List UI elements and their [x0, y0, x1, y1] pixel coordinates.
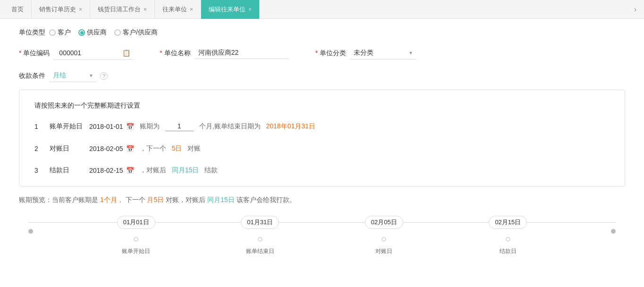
unit-code-input-wrapper: 📋 [53, 46, 133, 60]
payment-terms-select[interactable]: 月结 ▾ [49, 69, 96, 82]
unit-code-group: 单位编码 📋 [19, 46, 133, 60]
tab-cash-work-close[interactable]: × [144, 6, 147, 13]
unit-code-input[interactable] [55, 47, 121, 59]
radio-both[interactable]: 客户/供应商 [114, 28, 158, 37]
date-input-3: 2018-02-15 📅 [89, 167, 134, 174]
tab-cash-work-label: 钱货日清工作台 [98, 5, 141, 14]
unit-type-group: 单位类型 客户 供应商 客户/供应商 [19, 28, 158, 37]
setting-label-3: 结款日 [50, 166, 84, 175]
tab-overflow-arrow[interactable]: › [630, 5, 640, 14]
date-input-1: 2018-01-01 📅 [89, 123, 134, 130]
unit-type-label: 单位类型 [19, 28, 45, 37]
setting-row-2: 2 对账日 2018-02-05 📅 ，下一个 5日 对账 [34, 144, 610, 153]
date-value-2: 2018-02-05 [89, 145, 123, 152]
payment-terms-dropdown-icon: ▾ [90, 72, 93, 79]
timeline-label-1: 账单开始日 [122, 247, 150, 255]
tab-edit-partner[interactable]: 编辑往来单位 × [201, 0, 260, 19]
tab-partner-units-label: 往来单位 [162, 5, 187, 14]
payment-terms-label: 收款条件 [19, 72, 45, 80]
timeline-start-dot [28, 229, 33, 234]
preview-reconcile-suffix: 对账，对账后 [166, 196, 205, 203]
calendar-icon-2[interactable]: 📅 [126, 145, 134, 152]
unit-info-row: 单位编码 📋 单位名称 单位分类 未分类 ▾ [19, 46, 625, 60]
preview-label: 账期预览：当前客户账期是 [19, 196, 98, 203]
tab-home-label: 首页 [11, 5, 24, 14]
preview-payment-day: 同月15日 [207, 196, 235, 203]
timeline-point-2: 01月31日 账单结束日 [241, 216, 279, 255]
tab-edit-partner-close[interactable]: × [248, 6, 252, 13]
setting-label-2: 对账日 [50, 144, 84, 153]
preview-period: 1个月， [100, 196, 124, 203]
setting-row-1: 1 账单开始日 2018-01-01 📅 账期为 个月,账单结束日期为 2018… [34, 121, 610, 131]
period-input[interactable] [165, 121, 194, 131]
end-date-highlight: 2018年01月31日 [266, 122, 315, 131]
preview-reconcile-prefix: 下一个 [126, 196, 145, 203]
radio-both-label: 客户/供应商 [123, 28, 158, 37]
unit-classify-select[interactable]: 未分类 ▾ [350, 47, 416, 59]
tab-sales-history-close[interactable]: × [79, 6, 82, 13]
timeline-dot-2 [258, 237, 263, 242]
setting-label-1: 账单开始日 [50, 122, 84, 131]
unit-code-icon[interactable]: 📋 [121, 48, 131, 58]
setting-row-3: 3 结款日 2018-02-15 📅 ，对账后 同月15日 结款 [34, 166, 610, 175]
unit-classify-group: 单位分类 未分类 ▾ [315, 47, 416, 59]
timeline-point-3: 02月05日 对账日 [365, 216, 403, 255]
highlight-day-2: 5日 [172, 144, 182, 153]
tab-partner-units[interactable]: 往来单位 × [155, 0, 201, 19]
unit-classify-label: 单位分类 [315, 49, 346, 58]
timeline-point-1: 01月01日 账单开始日 [117, 216, 155, 255]
calendar-icon-1[interactable]: 📅 [126, 123, 134, 130]
date-value-3: 2018-02-15 [89, 167, 123, 174]
date-value-1: 2018-01-01 [89, 123, 123, 130]
date-input-2: 2018-02-05 📅 [89, 145, 134, 152]
unit-classify-value: 未分类 [354, 49, 407, 57]
desc-2b: 对账 [187, 144, 201, 153]
timeline: 01月01日 账单开始日 01月31日 账单结束日 02月05日 对账日 02月… [19, 216, 625, 255]
tab-sales-history[interactable]: 销售订单历史 × [32, 0, 90, 19]
tab-cash-work[interactable]: 钱货日清工作台 × [90, 0, 155, 19]
classify-dropdown-icon: ▾ [409, 50, 412, 56]
payment-terms-row: 收款条件 月结 ▾ ? [19, 69, 625, 82]
settings-card-title: 请按照未来的一个完整帐期进行设置 [34, 101, 610, 110]
tab-sales-history-label: 销售订单历史 [39, 5, 76, 14]
timeline-end-dot [611, 229, 616, 234]
radio-customer-label: 客户 [58, 28, 71, 37]
setting-number-3: 3 [34, 167, 44, 174]
timeline-dot-3 [381, 237, 386, 242]
radio-supplier-label: 供应商 [87, 28, 107, 37]
main-content: 单位类型 客户 供应商 客户/供应商 单位编码 [0, 19, 644, 287]
preview-payment-suffix: 该客户会给我打款。 [237, 196, 296, 203]
settings-card: 请按照未来的一个完整帐期进行设置 1 账单开始日 2018-01-01 📅 账期… [19, 90, 625, 186]
timeline-badge-4: 02月15日 [489, 216, 527, 229]
radio-customer-circle [49, 29, 56, 36]
payment-terms-value: 月结 [53, 71, 88, 80]
tab-edit-partner-label: 编辑往来单位 [209, 5, 246, 14]
radio-customer[interactable]: 客户 [49, 28, 71, 37]
timeline-label-3: 对账日 [375, 247, 392, 255]
desc-2: ，下一个 [140, 144, 166, 153]
preview-reconcile-day: 月5日 [147, 196, 164, 203]
tab-bar: 首页 销售订单历史 × 钱货日清工作台 × 往来单位 × 编辑往来单位 × › [0, 0, 644, 19]
timeline-dot-1 [134, 237, 138, 242]
timeline-point-4: 02月15日 结款日 [489, 216, 527, 255]
unit-code-label: 单位编码 [19, 49, 50, 58]
tab-home[interactable]: 首页 [4, 0, 32, 19]
tab-partner-units-close[interactable]: × [190, 6, 193, 13]
radio-group: 客户 供应商 客户/供应商 [49, 28, 158, 37]
setting-number-2: 2 [34, 145, 44, 152]
unit-name-input[interactable] [195, 47, 289, 59]
calendar-icon-3[interactable]: 📅 [126, 167, 134, 174]
desc-3: ，对账后 [140, 166, 166, 175]
desc-suffix-1: 个月,账单结束日期为 [199, 122, 261, 131]
radio-supplier[interactable]: 供应商 [78, 28, 107, 37]
desc-prefix-1: 账期为 [140, 122, 160, 131]
unit-type-row: 单位类型 客户 供应商 客户/供应商 [19, 28, 625, 37]
payment-terms-help-icon[interactable]: ? [100, 72, 108, 80]
timeline-points: 01月01日 账单开始日 01月31日 账单结束日 02月05日 对账日 02月… [28, 216, 616, 255]
timeline-dot-4 [506, 237, 510, 242]
preview-section: 账期预览：当前客户账期是 1个月， 下一个 月5日 对账，对账后 同月15日 该… [19, 196, 625, 204]
payment-terms-group: 收款条件 月结 ▾ ? [19, 69, 108, 82]
unit-name-label: 单位名称 [160, 49, 190, 58]
timeline-badge-2: 01月31日 [241, 216, 279, 229]
desc-3b: 结款 [204, 166, 218, 175]
